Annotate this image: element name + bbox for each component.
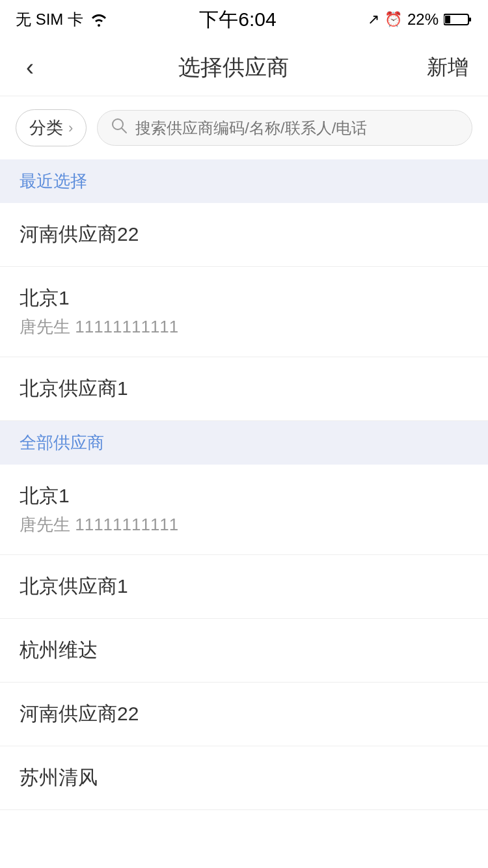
list-item[interactable]: 北京1 唐先生 11111111111 (0, 465, 488, 555)
list-item[interactable]: 北京供应商1 (0, 555, 488, 619)
chevron-right-icon: › (68, 120, 73, 137)
svg-rect-2 (445, 16, 450, 23)
category-button[interactable]: 分类 › (16, 109, 87, 146)
status-right: ↗ ⏰ 22% (368, 10, 472, 29)
status-time: 下午6:04 (199, 7, 276, 33)
supplier-name: 北京1 (20, 285, 468, 312)
list-item[interactable]: 河南供应商22 (0, 203, 488, 267)
status-bar: 无 SIM 卡 下午6:04 ↗ ⏰ 22% (0, 0, 488, 39)
list-item[interactable]: 北京供应商1 (0, 357, 488, 421)
location-icon: ↗ (368, 11, 379, 28)
alarm-icon: ⏰ (385, 11, 402, 28)
list-item[interactable]: 苏州清风 (0, 746, 488, 810)
list-item[interactable]: 杭州维达 (0, 619, 488, 683)
svg-rect-1 (468, 18, 471, 21)
supplier-name: 杭州维达 (20, 637, 468, 664)
search-icon (111, 117, 128, 139)
recent-section-header: 最近选择 (0, 159, 488, 203)
category-label: 分类 (29, 116, 63, 139)
add-button[interactable]: 新增 (427, 53, 468, 82)
back-button[interactable]: ‹ (20, 47, 40, 88)
battery-icon (444, 12, 472, 27)
supplier-name: 北京1 (20, 483, 468, 509)
recent-items-list: 河南供应商22 北京1 唐先生 11111111111 北京供应商1 (0, 203, 488, 421)
battery-percent: 22% (407, 10, 439, 29)
supplier-name: 河南供应商22 (20, 701, 468, 727)
no-sim-label: 无 SIM 卡 (16, 9, 83, 30)
svg-line-4 (122, 128, 126, 133)
supplier-contact: 唐先生 11111111111 (20, 316, 468, 338)
page-title: 选择供应商 (178, 53, 289, 83)
supplier-contact: 唐先生 11111111111 (20, 513, 468, 536)
search-input[interactable] (135, 119, 459, 137)
wifi-icon (90, 12, 108, 27)
nav-bar: ‹ 选择供应商 新增 (0, 39, 488, 96)
supplier-name: 河南供应商22 (20, 221, 468, 248)
all-items-list: 北京1 唐先生 11111111111 北京供应商1 杭州维达 河南供应商22 … (0, 465, 488, 810)
supplier-name: 苏州清风 (20, 765, 468, 791)
supplier-name: 北京供应商1 (20, 573, 468, 600)
list-item[interactable]: 河南供应商22 (0, 683, 488, 746)
list-item[interactable]: 北京1 唐先生 11111111111 (0, 267, 488, 357)
all-section-header: 全部供应商 (0, 421, 488, 465)
supplier-name: 北京供应商1 (20, 375, 468, 402)
filter-bar: 分类 › (0, 96, 488, 159)
search-box (97, 110, 472, 146)
status-left: 无 SIM 卡 (16, 9, 108, 30)
